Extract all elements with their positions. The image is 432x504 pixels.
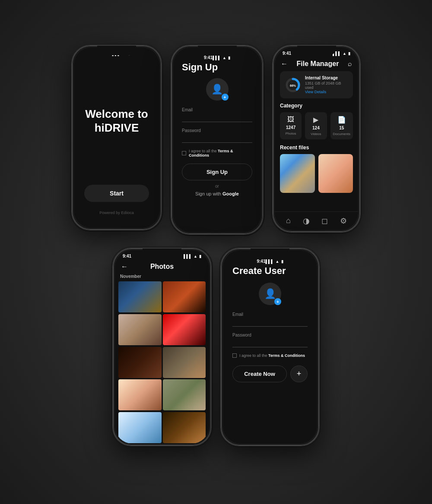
create-password-input[interactable] (232, 339, 308, 347)
status-icons-3: ▌▌▌ ▲ ▮ (333, 51, 350, 56)
recent-files-row (275, 154, 358, 193)
month-label: November (115, 274, 209, 281)
terms-text: I agree to all the Terms & Conditions (189, 149, 252, 158)
signal-icon-2: ▌▌▌ (213, 56, 221, 60)
create-person-icon: 👤 (264, 288, 276, 299)
photo-cell-9[interactable] (118, 412, 162, 443)
create-terms-link[interactable]: Terms & Conditions (268, 353, 305, 358)
avatar-plus-icon: + (222, 94, 229, 101)
docs-icon: 📄 (337, 116, 346, 124)
photo-cell-4[interactable] (163, 314, 206, 345)
notch-4 (143, 249, 181, 258)
status-icons-4: ▌▌▌ ▲ ▮ (184, 254, 201, 258)
signup-screen: 9:41 ▌▌▌ ▲ ▮ Sign Up 👤 + Email (173, 47, 261, 232)
storage-donut-chart: 66% (285, 77, 301, 93)
notch-3 (297, 46, 336, 55)
phone-photos: 9:41 ▌▌▌ ▲ ▮ ← Photos November (112, 248, 212, 446)
signal-icon-5: ▌▌▌ (265, 259, 273, 264)
create-terms-text: I agree to all the Terms & Conditions (239, 353, 305, 358)
fm-screen: 9:41 ▌▌▌ ▲ ▮ ← File Manager ⌕ (275, 47, 358, 230)
photo-cell-5[interactable] (118, 347, 162, 378)
nav-home-icon[interactable]: ⌂ (286, 216, 291, 226)
create-terms-row: I agree to all the Terms & Conditions (232, 353, 308, 358)
status-icons-2: ▌▌▌ ▲ ▮ (213, 56, 230, 60)
welcome-screen: 9:41 ▌▌▌ ▲ ▮ Welcome to hiDRIVE Start Po (74, 47, 159, 228)
plus-button[interactable]: + (290, 365, 308, 382)
google-bold: Google (222, 191, 239, 196)
fm-title: File Manager (297, 60, 339, 68)
category-docs[interactable]: 📄 15 Documents (330, 112, 353, 139)
password-input[interactable] (182, 135, 252, 143)
signup-title: Sign Up (182, 62, 218, 73)
svg-text:66%: 66% (290, 84, 296, 87)
videos-count: 124 (312, 126, 320, 130)
storage-info: Internal Storage 1351 GB of 2048 GB used… (305, 76, 348, 94)
notch-2 (198, 46, 237, 55)
person-icon: 👤 (211, 84, 223, 95)
powered-label: Powered by Ediioca (99, 211, 134, 215)
storage-link[interactable]: View Details (305, 90, 348, 94)
or-text: or (215, 184, 219, 189)
photos-label: Photos (286, 132, 296, 135)
time-2: 9:41 (204, 55, 213, 60)
photo-cell-6[interactable] (163, 347, 206, 378)
photo-cell-2[interactable] (163, 281, 206, 312)
photos-icon: 🖼 (287, 116, 294, 123)
recent-title: Recent files (275, 145, 358, 154)
nav-clock-icon[interactable]: ◑ (303, 216, 310, 226)
battery-icon-3: ▮ (348, 51, 350, 56)
wifi-icon-3: ▲ (343, 51, 346, 56)
time-3: 9:41 (283, 51, 291, 56)
time-4: 9:41 (123, 254, 131, 258)
create-btn-row: Create Now + (232, 365, 308, 382)
battery-icon-5: ▮ (281, 259, 283, 264)
photo-cell-10[interactable] (163, 412, 206, 443)
battery-icon-2: ▮ (228, 56, 230, 60)
create-avatar-add[interactable]: 👤 + (259, 283, 281, 305)
signup-button[interactable]: Sign Up (182, 164, 252, 180)
photo-cell-8[interactable] (163, 379, 206, 410)
create-avatar-plus-icon: + (274, 298, 281, 305)
photos-back-button[interactable]: ← (121, 263, 128, 271)
photos-screen: 9:41 ▌▌▌ ▲ ▮ ← Photos November (115, 250, 209, 444)
create-email-label: Email (232, 312, 308, 317)
welcome-title: Welcome to hiDRIVE (76, 107, 156, 134)
recent-thumb-1[interactable] (280, 154, 315, 193)
storage-name: Internal Storage (305, 76, 348, 80)
battery-icon-4: ▮ (199, 254, 201, 258)
category-videos[interactable]: ▶ 124 Videos (305, 112, 327, 139)
phone-file-manager: 9:41 ▌▌▌ ▲ ▮ ← File Manager ⌕ (272, 45, 361, 233)
create-terms-checkbox[interactable] (232, 353, 237, 358)
storage-size: 1351 GB of 2048 GB used (305, 81, 348, 90)
signal-icon-4: ▌▌▌ (184, 254, 192, 258)
create-user-title: Create User (232, 265, 286, 277)
recent-photo-1 (280, 154, 315, 193)
photo-cell-3[interactable] (118, 314, 162, 345)
terms-checkbox[interactable] (182, 151, 186, 155)
avatar-add[interactable]: 👤 + (206, 78, 229, 101)
wifi-icon-4: ▲ (194, 254, 197, 258)
photo-cell-7[interactable] (118, 379, 162, 410)
google-signup[interactable]: Sign up with Google (195, 191, 239, 196)
terms-row: I agree to all the Terms & Conditions (182, 149, 252, 158)
notch-1 (97, 46, 136, 55)
fm-back-button[interactable]: ← (281, 60, 288, 68)
recent-thumb-2[interactable] (318, 154, 353, 193)
docs-count: 15 (339, 126, 344, 130)
nav-file-icon[interactable]: ◻ (321, 216, 328, 226)
photos-title: Photos (133, 263, 191, 271)
start-button[interactable]: Start (84, 185, 149, 202)
create-user-screen: 9:41 ▌▌▌ ▲ ▮ Create User 👤 + Email (223, 250, 317, 444)
create-now-button[interactable]: Create Now (232, 365, 287, 382)
welcome-top: Welcome to hiDRIVE (76, 57, 156, 185)
videos-icon: ▶ (313, 116, 318, 124)
create-password-label: Password (232, 333, 308, 337)
photo-cell-1[interactable] (118, 281, 162, 312)
nav-tools-icon[interactable]: ⚙ (340, 216, 347, 226)
category-photos[interactable]: 🖼 1247 Photos (280, 112, 302, 139)
email-input[interactable] (182, 114, 252, 122)
create-email-input[interactable] (232, 318, 308, 327)
fm-search-button[interactable]: ⌕ (348, 60, 352, 68)
time-5: 9:41 (257, 259, 265, 264)
status-icons-5: ▌▌▌ ▲ ▮ (265, 259, 283, 264)
